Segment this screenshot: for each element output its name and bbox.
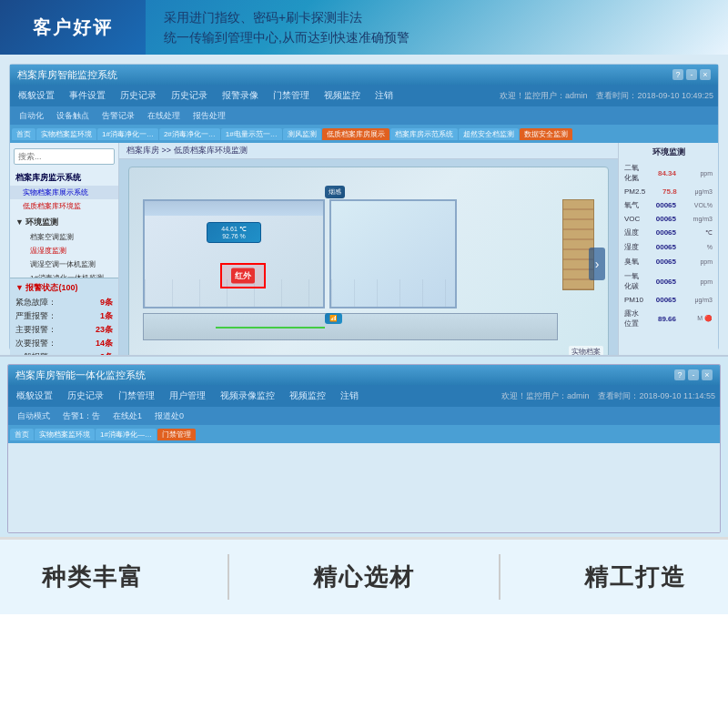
tree-item-env[interactable]: ▼ 环境监测 <box>10 215 118 230</box>
welcome-text-2: 欢迎！监控用户：admin <box>501 391 590 400</box>
sensor-temp[interactable]: 44.61 ℃ 92.76 % <box>207 222 261 243</box>
nav2-door[interactable]: 门禁管理 <box>115 389 158 402</box>
bottom-text-1: 种类丰富 <box>42 561 144 593</box>
minimize-button[interactable]: - <box>686 69 697 80</box>
time-text-2: 查看时间：2018-09-10 11:14:55 <box>598 391 715 400</box>
floorplan-area: 44.61 ℃ 92.76 % 红外 烟感 <box>119 159 618 355</box>
tab-data-security[interactable]: 数据安全监测 <box>520 128 572 140</box>
env-panel-title: 环境监测 <box>622 147 714 158</box>
tab-archive[interactable]: 实物档案监环境 <box>36 128 96 140</box>
second-nav2-auto[interactable]: 自动模式 <box>13 410 55 423</box>
second-nav-device[interactable]: 设备触点 <box>52 109 94 123</box>
smoke-sensor[interactable]: 烟感 <box>325 186 345 198</box>
wifi-sensor[interactable]: 📶 <box>325 313 342 324</box>
left-hall <box>143 199 325 308</box>
nav-item-video[interactable]: 视频监控 <box>320 89 364 102</box>
tab-security[interactable]: 超然安全档监测 <box>459 128 519 140</box>
env-label-co: 一氧化碳 <box>624 271 644 291</box>
close-button[interactable]: × <box>700 69 711 80</box>
right-panel-1: 环境监测 二氧化氮 84.34 ppm PM2.5 75.8 μg/m3 氧气 … <box>618 143 718 355</box>
minimize-button-2[interactable]: - <box>688 369 699 380</box>
banner-text: 采用进门指纹、密码+刷卡探测非法 统一传输到管理中心,从而达到快速准确预警 <box>146 7 728 47</box>
banner-line1: 采用进门指纹、密码+刷卡探测非法 <box>164 7 710 27</box>
nav-arrow-right[interactable]: › <box>589 248 605 280</box>
env-val-temp: 00065 <box>644 228 676 237</box>
time-text: 查看时间：2018-09-10 10:49:25 <box>596 91 713 100</box>
nav-item-history[interactable]: 历史记录 <box>116 89 160 102</box>
env-label-temp: 温度 <box>624 228 644 238</box>
tree-item-physical[interactable]: 实物档案库展示系统 <box>10 186 118 199</box>
page-tabs-1: 首页 实物档案监环境 1#消毒净化一… 2#消毒净化一… 1#电量示范一… 测风… <box>10 125 718 143</box>
second-nav2-online[interactable]: 在线处1 <box>108 410 147 423</box>
second-nav-report[interactable]: 报告处理 <box>188 109 230 123</box>
env-label-co2: 二氧化氮 <box>624 163 644 183</box>
bottom-text-3: 精工打造 <box>584 561 686 593</box>
tab-purify2[interactable]: 2#消毒净化一… <box>159 128 220 140</box>
nav-item-door-mgmt[interactable]: 门禁管理 <box>269 89 313 102</box>
alert-header: ▼ 报警状态(100) <box>15 282 113 294</box>
top-nav-2: 概貌设置 历史记录 门禁管理 用户管理 视频录像监控 视频监控 注销 欢迎！监控… <box>8 385 720 407</box>
tab2-archive[interactable]: 实物档案监环境 <box>35 429 95 440</box>
tab-electric[interactable]: 1#电量示范一… <box>221 128 282 140</box>
tab-low-archive[interactable]: 低质档案库房展示 <box>322 128 389 140</box>
tab2-purify[interactable]: 1#消毒净化—… <box>96 429 157 440</box>
tree-item-archive-system[interactable]: 档案库房监示系统 <box>10 170 118 186</box>
window-title-2: 档案库房智能一体化监控系统 <box>15 369 146 382</box>
nav2-settings[interactable]: 概貌设置 <box>13 389 56 402</box>
tab-archive-demo[interactable]: 档案库房示范系统 <box>390 128 458 140</box>
corridor <box>143 313 558 340</box>
search-input[interactable] <box>14 148 115 165</box>
nav2-history[interactable]: 历史记录 <box>64 389 107 402</box>
divider-1 <box>228 554 229 600</box>
help-button[interactable]: ? <box>672 69 683 80</box>
env-row-co2: 二氧化氮 84.34 ppm <box>622 162 714 184</box>
nav-item-event[interactable]: 事件设置 <box>66 89 109 102</box>
building-container: 44.61 ℃ 92.76 % 红外 烟感 <box>143 177 594 350</box>
nav2-logout[interactable]: 注销 <box>337 389 362 402</box>
tree-item-temp-hum[interactable]: 温湿度监测 <box>10 244 118 258</box>
env-label-dew: 露水位置 <box>624 308 644 329</box>
close-button-2[interactable]: × <box>702 369 713 380</box>
env-label-pm10: PM10 <box>624 296 644 304</box>
second-nav-online[interactable]: 在线处理 <box>143 109 185 123</box>
tree-item-hum-ac[interactable]: 调湿空调一体机监测 <box>10 258 118 271</box>
tab-wind[interactable]: 测风监测 <box>283 128 321 140</box>
tree-item-purify1[interactable]: 1#消毒净化一体机监测 <box>10 271 118 278</box>
infrared-sensor[interactable]: 红外 <box>231 268 255 284</box>
window-controls-1[interactable]: ? - × <box>672 69 711 80</box>
nav-item-alarm-rec[interactable]: 报警录像 <box>218 89 262 102</box>
tree-item-low-archive[interactable]: 低质档案库环境监 <box>10 199 118 213</box>
tab2-door-mgmt[interactable]: 门禁管理 <box>157 429 196 440</box>
tab2-home[interactable]: 首页 <box>10 429 34 440</box>
env-unit-o2: VOL% <box>676 202 713 208</box>
monitor-section-2: 档案库房智能一体化监控系统 ? - × 概貌设置 历史记录 门禁管理 用户管理 … <box>0 355 728 537</box>
temp-value: 44.61 ℃ <box>210 226 258 233</box>
tab-purify1[interactable]: 1#消毒净化一… <box>97 128 158 140</box>
tree-item-ac[interactable]: 档案空调监测 <box>10 230 118 244</box>
second-nav-auto[interactable]: 自动化 <box>15 109 48 123</box>
top-nav-1: 概貌设置 事件设置 历史记录 历史记录 报警录像 门禁管理 视频监控 注销 欢迎… <box>10 85 718 106</box>
env-unit-co2: ppm <box>676 170 713 177</box>
second-nav-alarm[interactable]: 告警记录 <box>97 109 139 123</box>
nav2-user[interactable]: 用户管理 <box>166 389 209 402</box>
env-row-ozone: 臭氧 00065 ppm <box>622 256 714 268</box>
center-hall <box>329 199 457 308</box>
env-row-hum: 湿度 00065 % <box>622 241 714 253</box>
tab-home[interactable]: 首页 <box>12 128 35 140</box>
second-nav2-report[interactable]: 报道处0 <box>150 410 188 423</box>
nav-item-door[interactable]: 历史记录 <box>167 89 211 102</box>
second-nav2-alarm[interactable]: 告警1：告 <box>58 410 105 423</box>
nav2-video-rec[interactable]: 视频录像监控 <box>217 389 278 402</box>
env-unit-voc: mg/m3 <box>676 216 713 222</box>
breadcrumb-1: 档案库房 >> 低质档案库环境监测 <box>119 143 618 159</box>
window-title-1: 档案库房智能监控系统 <box>17 68 117 82</box>
env-label-o2: 氧气 <box>624 200 644 210</box>
window-controls-2[interactable]: ? - × <box>674 369 713 380</box>
nav-item-logout[interactable]: 注销 <box>371 89 397 102</box>
alert-count-minor: 14条 <box>96 338 113 349</box>
env-val-ozone: 00065 <box>644 258 676 266</box>
env-val-voc: 00065 <box>644 215 676 223</box>
help-button-2[interactable]: ? <box>674 369 685 380</box>
nav2-video[interactable]: 视频监控 <box>286 389 329 402</box>
nav-item-settings[interactable]: 概貌设置 <box>15 89 58 102</box>
